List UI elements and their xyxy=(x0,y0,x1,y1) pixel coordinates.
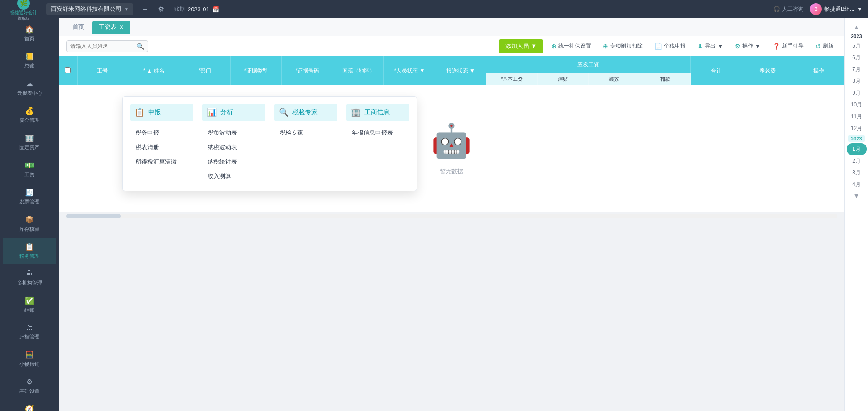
refresh-icon: ↺ xyxy=(815,43,821,50)
dropdown-item-tax-expert[interactable]: 税检专家 xyxy=(274,126,337,140)
tab-salary-table[interactable]: 工资表 ✕ xyxy=(92,21,130,34)
sidebar-item-invoice[interactable]: 🧾 发票管理 xyxy=(3,184,56,210)
dropdown-section-header-analysis: 📊 分析 xyxy=(202,104,265,121)
sidebar-item-archive[interactable]: 🗂 归档管理 xyxy=(3,319,56,345)
sidebar-label-multi-org: 多机构管理 xyxy=(17,280,42,286)
special-deduction-icon: ⊕ xyxy=(603,43,608,50)
sidebar-item-close[interactable]: ✅ 结账 xyxy=(3,292,56,318)
tab-bar: 首页 工资表 ✕ xyxy=(59,18,844,36)
th-pension: 养老费 xyxy=(742,56,793,85)
service-btn[interactable]: 🎧 人工咨询 xyxy=(773,5,804,13)
dropdown-item-annual-report[interactable]: 年报信息申报表 xyxy=(346,126,409,140)
top-bar-right: 🎧 人工咨询 B 畅捷通B组... ▼ xyxy=(773,3,863,15)
company-selector[interactable]: 西安虾米网络科技有限公司 ▼ xyxy=(46,3,133,15)
export-arrow: ▼ xyxy=(718,43,723,49)
scroll-thumb[interactable] xyxy=(66,214,121,218)
dropdown-item-tax-burden[interactable]: 税负波动表 xyxy=(202,126,265,140)
dropdown-item-income-estimate[interactable]: 收入测算 xyxy=(202,169,265,184)
scroll-track[interactable] xyxy=(66,214,837,218)
sidebar-item-expense[interactable]: 🧮 小畅报销 xyxy=(3,346,56,372)
th-total: 合计 xyxy=(691,56,742,85)
sidebar-item-tax[interactable]: 📋 税务管理 xyxy=(3,238,56,264)
basic-settings-icon: ⚙ xyxy=(26,377,33,386)
tax-expert-section-icon: 🔍 xyxy=(279,107,289,117)
dropdown-item-tax-stats[interactable]: 纳税统计表 xyxy=(202,155,265,169)
dropdown-item-tax-filing[interactable]: 税务申报 xyxy=(130,126,193,140)
service-label: 人工咨询 xyxy=(782,5,804,13)
sidebar-item-assets[interactable]: 🏢 固定资产 xyxy=(3,129,56,155)
operations-btn[interactable]: ⚙ 操作 ▼ xyxy=(731,40,764,52)
refresh-btn[interactable]: ↺ 刷新 xyxy=(812,40,837,52)
sidebar-item-basic-settings[interactable]: ⚙ 基础设置 xyxy=(3,373,56,399)
th-report-status[interactable]: 报送状态 ▼ xyxy=(435,56,486,85)
social-security-label: 统一社保设置 xyxy=(558,42,591,50)
tab-salary-table-label: 工资表 xyxy=(99,23,116,31)
panel-up-arrow[interactable]: ▲ xyxy=(852,22,862,33)
month-5[interactable]: 5月 xyxy=(847,40,867,52)
dropdown-section-filing: 📋 申报 税务申报 税表清册 所得税汇算清缴 xyxy=(130,104,193,184)
calendar-icon[interactable]: 📅 xyxy=(212,6,219,13)
th-checkbox[interactable] xyxy=(59,56,77,85)
sidebar-item-inventory[interactable]: 📦 库存核算 xyxy=(3,211,56,237)
month-8[interactable]: 8月 xyxy=(847,75,867,87)
logo-icon: 🌿 xyxy=(17,0,30,10)
month-9[interactable]: 9月 xyxy=(847,87,867,99)
business-info-section-title: 工商信息 xyxy=(364,108,390,116)
fund-icon: 💰 xyxy=(25,106,34,115)
guide-btn[interactable]: ❓ 新手引导 xyxy=(769,40,807,52)
month-10[interactable]: 10月 xyxy=(847,99,867,111)
tax-filing-btn[interactable]: 📄 个税申报 xyxy=(651,40,689,52)
sidebar-label-assets: 固定资产 xyxy=(19,144,39,151)
month-2[interactable]: 2月 xyxy=(847,155,867,167)
month-12[interactable]: 12月 xyxy=(847,122,867,134)
assets-icon: 🏢 xyxy=(25,134,34,142)
panel-down-arrow[interactable]: ▼ xyxy=(852,190,862,201)
search-icon[interactable]: 🔍 xyxy=(136,43,144,50)
dropdown-section-tax-expert: 🔍 税检专家 税检专家 xyxy=(274,104,337,184)
tab-close-btn[interactable]: ✕ xyxy=(119,24,124,30)
sidebar-item-report-center[interactable]: ☁ 云报表中心 xyxy=(3,75,56,101)
sidebar-item-salary[interactable]: 💵 工资 xyxy=(3,156,56,183)
archive-icon: 🗂 xyxy=(26,324,33,332)
search-input[interactable] xyxy=(70,43,134,49)
month-4[interactable]: 4月 xyxy=(847,179,867,190)
month-1-current[interactable]: 1月 xyxy=(847,143,867,155)
year-2023-marker: 2023 xyxy=(848,135,864,142)
th-status[interactable]: *人员状态 ▼ xyxy=(384,56,435,85)
month-7[interactable]: 7月 xyxy=(847,63,867,75)
expense-icon: 🧮 xyxy=(25,350,34,359)
dropdown-section-header-filing: 📋 申报 xyxy=(130,104,193,121)
dropdown-item-tax-fluctuation[interactable]: 纳税波动表 xyxy=(202,140,265,155)
th-payroll: 应发工资 xyxy=(486,56,691,73)
invoice-icon: 🧾 xyxy=(25,188,34,197)
tax-filing-label: 个税申报 xyxy=(664,42,686,50)
tab-home[interactable]: 首页 xyxy=(66,21,91,34)
logo-sub: 旗舰版 xyxy=(18,16,30,22)
sidebar-item-ledger[interactable]: 📒 总账 xyxy=(3,48,56,74)
sidebar-label-ledger: 总账 xyxy=(24,63,34,69)
export-icon: ⬇ xyxy=(698,43,703,50)
month-6[interactable]: 6月 xyxy=(847,52,867,63)
social-security-btn[interactable]: ⊕ 统一社保设置 xyxy=(548,40,595,52)
add-employee-btn[interactable]: 添加人员 ▼ xyxy=(499,39,543,53)
month-11[interactable]: 11月 xyxy=(847,111,867,122)
dropdown-grid: 📋 申报 税务申报 税表清册 所得税汇算清缴 📊 分析 税负波动表 xyxy=(130,104,409,184)
empty-illustration: 🤖 xyxy=(431,121,472,160)
user-info[interactable]: B 畅捷通B组... ▼ xyxy=(810,3,863,15)
select-all-checkbox[interactable] xyxy=(65,67,71,73)
dropdown-section-header-business-info: 🏢 工商信息 xyxy=(346,104,409,121)
sidebar-label-archive: 归档管理 xyxy=(19,334,39,340)
dropdown-item-annual-settle[interactable]: 所得税汇算清缴 xyxy=(130,155,193,169)
export-btn[interactable]: ⬇ 导出 ▼ xyxy=(694,40,727,52)
sidebar-item-home[interactable]: 🏠 首页 xyxy=(3,20,56,47)
th-department: *部门 xyxy=(179,56,231,85)
sidebar-item-multi-org[interactable]: 🏛 多机构管理 xyxy=(3,265,56,291)
sidebar-item-guide[interactable]: 🧭 新手引导 xyxy=(3,400,56,411)
month-3[interactable]: 3月 xyxy=(847,167,867,179)
dropdown-item-tax-form[interactable]: 税表清册 xyxy=(130,140,193,155)
sidebar-item-fund[interactable]: 💰 资金管理 xyxy=(3,102,56,128)
special-deduction-btn[interactable]: ⊕ 专项附加扣除 xyxy=(599,40,646,52)
settings-btn[interactable]: ⚙ xyxy=(155,4,167,15)
add-company-btn[interactable]: ＋ xyxy=(139,4,151,15)
inventory-icon: 📦 xyxy=(25,215,34,224)
